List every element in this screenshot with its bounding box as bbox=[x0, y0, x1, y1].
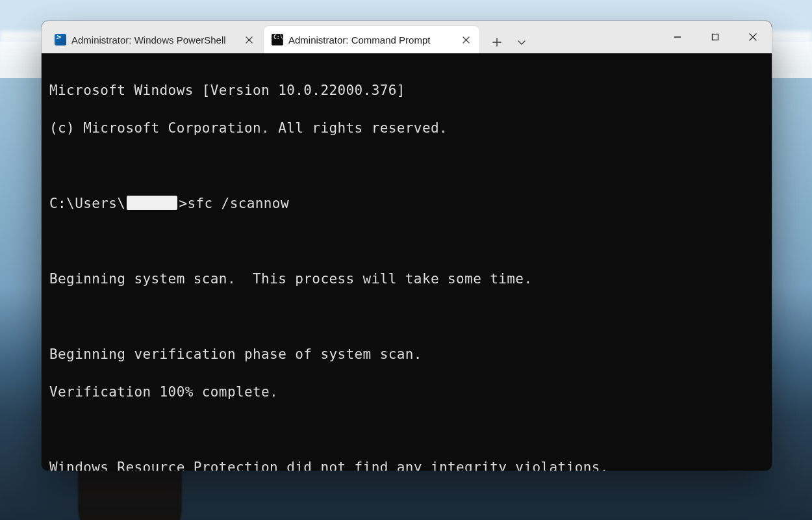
terminal-line bbox=[49, 421, 765, 439]
new-tab-group bbox=[481, 31, 538, 53]
tab-strip: Administrator: Windows PowerShell Admini… bbox=[42, 21, 538, 53]
cmd-icon bbox=[272, 34, 283, 46]
desktop-background: Administrator: Windows PowerShell Admini… bbox=[0, 0, 812, 520]
terminal-line: (c) Microsoft Corporation. All rights re… bbox=[49, 119, 765, 138]
terminal-line bbox=[49, 232, 765, 251]
tab-powershell[interactable]: Administrator: Windows PowerShell bbox=[47, 26, 262, 53]
prompt-prefix: C:\Users\ bbox=[49, 196, 125, 211]
maximize-icon bbox=[711, 33, 719, 41]
command-sfc: sfc /scannow bbox=[187, 196, 289, 211]
terminal-line: Beginning verification phase of system s… bbox=[49, 345, 765, 364]
terminal-line bbox=[49, 157, 765, 176]
close-icon bbox=[463, 36, 470, 44]
terminal-line: Windows Resource Protection did not find… bbox=[49, 458, 765, 471]
terminal-window: Administrator: Windows PowerShell Admini… bbox=[42, 21, 772, 471]
window-minimize-button[interactable] bbox=[659, 21, 696, 53]
powershell-icon bbox=[55, 34, 66, 46]
plus-icon bbox=[492, 38, 501, 47]
tab-dropdown-button[interactable] bbox=[511, 31, 533, 53]
terminal-output[interactable]: Microsoft Windows [Version 10.0.22000.37… bbox=[42, 53, 772, 471]
svg-rect-0 bbox=[713, 34, 718, 40]
terminal-line: Microsoft Windows [Version 10.0.22000.37… bbox=[49, 81, 765, 100]
window-maximize-button[interactable] bbox=[696, 21, 734, 53]
tab-cmd-close[interactable] bbox=[459, 32, 473, 47]
close-icon bbox=[246, 36, 253, 44]
redacted-username bbox=[127, 196, 177, 210]
close-icon bbox=[749, 33, 757, 41]
minimize-icon bbox=[674, 33, 681, 41]
tab-cmd-title: Administrator: Command Prompt bbox=[288, 34, 453, 46]
terminal-line: Verification 100% complete. bbox=[49, 383, 765, 402]
new-tab-button[interactable] bbox=[486, 31, 508, 53]
chevron-down-icon bbox=[517, 38, 526, 47]
window-close-button[interactable] bbox=[734, 21, 772, 53]
tab-powershell-title: Administrator: Windows PowerShell bbox=[71, 34, 236, 46]
tab-powershell-close[interactable] bbox=[242, 32, 256, 47]
terminal-line: Beginning system scan. This process will… bbox=[49, 270, 765, 289]
tab-cmd[interactable]: Administrator: Command Prompt bbox=[264, 26, 479, 53]
prompt-suffix: > bbox=[179, 196, 187, 211]
terminal-line: C:\Users\>sfc /scannow bbox=[49, 194, 765, 213]
window-controls bbox=[659, 21, 772, 53]
window-titlebar[interactable]: Administrator: Windows PowerShell Admini… bbox=[42, 21, 772, 53]
terminal-line bbox=[49, 307, 765, 326]
